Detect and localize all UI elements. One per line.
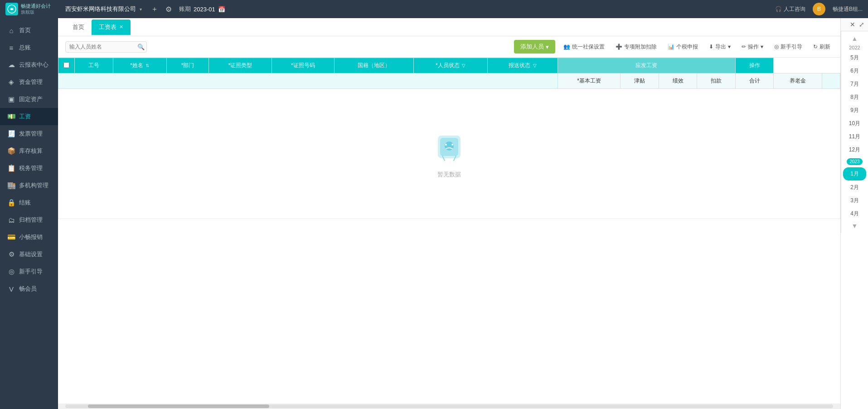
empty-state-cell: 暂无数据 [58, 89, 840, 219]
operations-button[interactable]: ✏ 操作 ▾ [739, 41, 766, 53]
search-box: 🔍 [65, 41, 147, 53]
new-guide-button[interactable]: ◎ 新手引导 [771, 41, 805, 53]
close-panel-button[interactable]: ✕ [850, 21, 855, 28]
logo-text: 畅捷通好会计 旗舰版 [21, 3, 51, 15]
operations-dropdown-icon: ▾ [761, 44, 763, 50]
sidebar-label-inventory: 库存核算 [19, 147, 43, 155]
sidebar-item-expense[interactable]: 💳 小畅报销 [0, 229, 58, 246]
special-deduction-button[interactable]: ➕ 专项附加扣除 [613, 41, 659, 53]
cal-month-8[interactable]: 8月 [841, 91, 868, 104]
th-deduction: 扣款 [697, 73, 736, 89]
company-dropdown-icon[interactable]: ▾ [140, 7, 142, 12]
cal-month-7[interactable]: 7月 [841, 78, 868, 91]
sidebar-item-inventory[interactable]: 📦 库存核算 [0, 142, 58, 160]
search-input[interactable] [69, 44, 137, 50]
emp-status-filter-icon[interactable]: ▽ [462, 63, 466, 68]
company-selector[interactable]: 西安虾米网络科技有限公司 ▾ [65, 5, 142, 13]
calendar-down-arrow[interactable]: ▼ [850, 220, 860, 231]
sidebar-label-multi-org: 多机构管理 [19, 181, 48, 190]
sidebar-item-tax[interactable]: 📋 税务管理 [0, 160, 58, 177]
sidebar-item-cloud-report[interactable]: ☁ 云报表中心 [0, 56, 58, 73]
maximize-panel-button[interactable]: ⤢ [859, 21, 864, 28]
sidebar-item-ledger[interactable]: ≡ 总账 [0, 39, 58, 56]
cal-month-9[interactable]: 9月 [841, 104, 868, 117]
svg-point-5 [451, 144, 453, 146]
sidebar-item-multi-org[interactable]: 🏬 多机构管理 [0, 177, 58, 194]
sidebar-item-guide[interactable]: ◎ 新手引导 [0, 263, 58, 280]
cal-month-6[interactable]: 6月 [841, 64, 868, 78]
sidebar-item-home[interactable]: ⌂ 首页 [0, 22, 58, 39]
sidebar-label-fund: 资金管理 [19, 78, 43, 86]
cal-month-12[interactable]: 12月 [841, 143, 868, 156]
invoice-icon: 🧾 [7, 130, 15, 138]
scrollbar-thumb[interactable] [88, 404, 269, 408]
cal-month-1[interactable]: 1月 [843, 167, 866, 180]
support-button[interactable]: 🎧 人工咨询 [775, 5, 805, 13]
calendar-panel: ▲ 2022 5月 6月 7月 8月 9月 10月 11月 [841, 31, 868, 233]
cal-month-4[interactable]: 4月 [841, 207, 868, 220]
inventory-icon: 📦 [7, 147, 15, 155]
sidebar-item-fund[interactable]: ◈ 资金管理 [0, 73, 58, 91]
multi-org-icon: 🏬 [7, 181, 15, 190]
tab-close-icon[interactable]: ✕ [119, 24, 123, 30]
calendar-icon[interactable]: 📅 [218, 6, 225, 13]
name-sort-icon[interactable]: ⇅ [145, 63, 149, 68]
refresh-button[interactable]: ↻ 刷新 [810, 41, 833, 53]
th-checkbox[interactable] [58, 58, 75, 73]
sidebar-item-member[interactable]: V 畅会员 [0, 280, 58, 297]
cal-month-11[interactable]: 11月 [841, 130, 868, 143]
cloud-icon: ☁ [7, 61, 15, 69]
settings-button[interactable]: ⚙ [165, 5, 172, 14]
sidebar-label-fixed-assets: 固定资产 [19, 95, 43, 103]
logo-area: 畅捷通好会计 旗舰版 [5, 3, 63, 15]
svg-point-4 [445, 144, 447, 146]
add-people-button[interactable]: 添加人员 ▾ [514, 40, 555, 54]
sidebar-item-salary[interactable]: 💵 工资 [0, 108, 58, 125]
social-security-button[interactable]: 👥 统一社保设置 [561, 41, 607, 53]
content-area: 首页 工资表 ✕ 🔍 添加人员 ▾ 👥 统一社保设置 ➕ [58, 18, 840, 409]
sidebar-item-archive[interactable]: 🗂 归档管理 [0, 211, 58, 229]
export-button[interactable]: ⬇ 导出 ▾ [706, 41, 733, 53]
assets-icon: ▣ [7, 95, 15, 103]
empty-text: 暂无数据 [437, 170, 461, 179]
sidebar-item-close[interactable]: 🔒 结账 [0, 194, 58, 211]
th-id-no: *证照号码 [272, 58, 334, 73]
ledger-icon: ≡ [7, 44, 15, 52]
select-all-checkbox[interactable] [63, 62, 69, 68]
sidebar-item-fixed-assets[interactable]: ▣ 固定资产 [0, 91, 58, 108]
personal-tax-icon: 📊 [668, 44, 674, 50]
operations-icon: ✏ [742, 44, 746, 50]
cal-month-5[interactable]: 5月 [841, 51, 868, 64]
prev-year-label: 2022 [849, 44, 860, 51]
sidebar-label-cloud-report: 云报表中心 [19, 61, 48, 69]
archive-icon: 🗂 [7, 216, 15, 224]
basic-settings-icon: ⚙ [7, 250, 15, 258]
sidebar-item-settings[interactable]: ⚙ 基础设置 [0, 246, 58, 263]
tax-icon: 📋 [7, 164, 15, 172]
sidebar-label-salary: 工资 [19, 112, 31, 121]
th-salary-group: 应发工资 [558, 58, 735, 73]
horizontal-scrollbar[interactable] [58, 404, 840, 409]
user-avatar: B [813, 3, 825, 15]
sidebar-item-invoice[interactable]: 🧾 发票管理 [0, 125, 58, 142]
tab-home[interactable]: 首页 [65, 19, 92, 35]
special-deduction-icon: ➕ [616, 44, 622, 50]
refresh-icon: ↻ [813, 44, 818, 50]
cal-month-10[interactable]: 10月 [841, 117, 868, 130]
search-icon: 🔍 [137, 44, 145, 50]
tab-salary[interactable]: 工资表 ✕ [92, 19, 131, 35]
sidebar-label-guide: 新手引导 [19, 268, 43, 276]
personal-tax-button[interactable]: 📊 个税申报 [665, 41, 701, 53]
sidebar: ⌂ 首页 ≡ 总账 ☁ 云报表中心 ◈ 资金管理 ▣ 固定资产 💵 工资 🧾 发… [0, 18, 58, 409]
cal-month-3[interactable]: 3月 [841, 194, 868, 207]
cal-month-2[interactable]: 2月 [841, 181, 868, 194]
add-company-button[interactable]: ＋ [151, 5, 158, 14]
current-year-badge: 2023 [847, 158, 862, 165]
user-name: 畅捷通B组... [833, 5, 863, 13]
report-status-filter-icon[interactable]: ▽ [533, 63, 537, 68]
headset-icon: 🎧 [775, 6, 782, 12]
export-dropdown-icon: ▾ [728, 44, 731, 50]
th-performance: 绩效 [659, 73, 697, 89]
right-panel: ✕ ⤢ ▲ 2022 5月 6月 7月 8月 9月 10月 [840, 18, 868, 409]
calendar-up-arrow[interactable]: ▲ [850, 33, 860, 44]
